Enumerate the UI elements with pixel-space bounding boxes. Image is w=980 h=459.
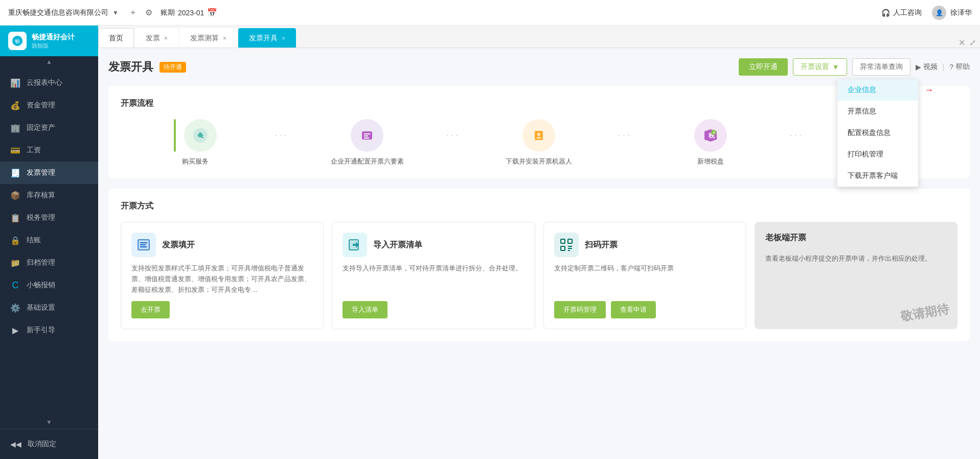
- svg-rect-27: [561, 246, 565, 250]
- tab-home[interactable]: 首页: [98, 28, 134, 48]
- method-card-boss: 老板端开票 查看老板端小程序提交的开票申请，并作出相应的处理。 敬请期待: [755, 222, 958, 329]
- play-icon: ▶: [916, 63, 921, 71]
- calendar-icon[interactable]: 📅: [207, 8, 217, 17]
- logo-icon: 畅: [8, 32, 27, 50]
- method-grid: 发票填开 支持按照发票样式手工填开发票；可开具增值税电子普通发票、增值税普通发票…: [121, 222, 958, 329]
- company-name: 重庆畅捷交通信息咨询有限公司: [8, 8, 108, 17]
- avatar-icon: 👤: [936, 9, 943, 16]
- scan-apply-btn[interactable]: 查看申请: [611, 301, 656, 318]
- period-info: 账期 2023-01 📅: [161, 8, 217, 17]
- page-title-area: 发票开具 待开通: [108, 59, 186, 75]
- method-header-manual: 发票填开: [131, 233, 313, 257]
- sidebar-label: 小畅报销: [27, 281, 55, 290]
- sidebar-item-tax-mgmt[interactable]: 📋 税务管理: [0, 206, 98, 229]
- step-divider-2: ···: [442, 130, 464, 141]
- svg-point-9: [537, 133, 540, 136]
- archive-icon: 📁: [10, 258, 20, 268]
- manual-icon: [131, 233, 156, 257]
- help-label: 帮助: [955, 62, 970, 72]
- service-button[interactable]: 🎧 人工咨询: [881, 8, 922, 17]
- sidebar-bottom[interactable]: ◀◀ 取消固定: [0, 429, 98, 459]
- page-title: 发票开具: [108, 59, 153, 75]
- cancel-fixed-label: 取消固定: [28, 440, 56, 449]
- sidebar-label: 工资: [27, 146, 41, 155]
- service-label: 人工咨询: [893, 8, 922, 17]
- tab-invoice-issue-close[interactable]: ×: [282, 35, 285, 42]
- scroll-up-btn[interactable]: ▲: [0, 56, 98, 67]
- sidebar-label: 资金管理: [27, 101, 55, 110]
- sidebar-item-salary[interactable]: 💳 工资: [0, 139, 98, 162]
- new-guide-icon: ▶: [10, 325, 20, 335]
- abnormal-button[interactable]: 异常清单查询: [852, 58, 910, 76]
- sidebar-item-inventory[interactable]: 📦 库存核算: [0, 184, 98, 206]
- logo-text-area: 畅捷通好会计 旗舰版: [32, 33, 75, 50]
- tab-invoice[interactable]: 发票 ×: [135, 28, 178, 48]
- dim-overlay-text: 敬请期待: [899, 301, 950, 325]
- import-icon: [343, 233, 367, 257]
- sidebar-item-fund-mgmt[interactable]: 💰 资金管理: [0, 94, 98, 117]
- user-info[interactable]: 👤 徐泽华: [932, 6, 972, 20]
- manual-go-btn[interactable]: 去开票: [131, 301, 170, 318]
- dropdown-item-tax-disk[interactable]: 配置税盘信息: [837, 122, 918, 144]
- sidebar-label: 基础设置: [27, 303, 55, 312]
- method-card-manual: 发票填开 支持按照发票样式手工填开发票；可开具增值税电子普通发票、增值税普通发票…: [121, 222, 324, 329]
- tax-disk-label: 配置税盘信息: [848, 128, 891, 136]
- company-info-label: 企业信息: [848, 85, 876, 94]
- scan-code-btn[interactable]: 开票码管理: [554, 301, 606, 318]
- tab-invoice-calc[interactable]: 发票测算 ×: [179, 28, 237, 48]
- scroll-down-btn[interactable]: ▼: [0, 416, 98, 429]
- import-desc: 支持导入待开票清单，可对待开票清单进行拆分、合并处理。: [343, 263, 524, 274]
- tab-close-icon[interactable]: ✕: [959, 38, 965, 48]
- manual-title: 发票填开: [162, 240, 195, 250]
- company-selector[interactable]: 重庆畅捷交通信息咨询有限公司 ▼: [8, 8, 119, 17]
- svg-rect-10: [537, 137, 541, 139]
- sidebar-item-archive[interactable]: 📁 归档管理: [0, 251, 98, 274]
- import-btn[interactable]: 导入清单: [343, 301, 388, 318]
- sidebar-item-basic-settings[interactable]: ⚙️ 基础设置: [0, 296, 98, 319]
- sidebar-item-invoice-mgmt[interactable]: 🧾 发票管理: [0, 162, 98, 184]
- tab-bar: 首页 发票 × 发票测算 × 发票开具 × ✕ ⤢: [98, 26, 980, 48]
- sidebar-label: 固定资产: [27, 123, 55, 132]
- step-divider-3: ···: [614, 130, 636, 141]
- page-content: 发票开具 待开通 立即开通 开票设置 ▼ 异常清单查询 ▶ 视频: [98, 48, 980, 459]
- activate-button[interactable]: 立即开通: [739, 58, 788, 76]
- step-1-label: 购买服务: [182, 157, 209, 166]
- tab-invoice-issue-label: 发票开具: [249, 34, 278, 43]
- help-button[interactable]: ? 帮助: [949, 62, 970, 72]
- process-step-3: 下载并安装开票机器人: [464, 119, 614, 166]
- sidebar-item-fixed-assets[interactable]: 🏢 固定资产: [0, 117, 98, 139]
- sidebar-item-report-sales[interactable]: C 小畅报销: [0, 274, 98, 296]
- manual-actions: 去开票: [131, 301, 313, 318]
- sidebar-item-new-guide[interactable]: ▶ 新手引导: [0, 319, 98, 341]
- sidebar-label: 税务管理: [27, 213, 55, 222]
- video-button[interactable]: ▶ 视频: [916, 62, 938, 72]
- user-name: 徐泽华: [950, 8, 972, 17]
- add-icon[interactable]: ＋: [129, 7, 137, 18]
- boss-title: 老板端开票: [765, 233, 947, 243]
- dropdown-item-invoice-info[interactable]: 开票信息: [837, 101, 918, 122]
- method-header-import: 导入开票清单: [343, 233, 524, 257]
- step-divider-1: ···: [270, 130, 292, 141]
- tab-invoice-issue[interactable]: 发票开具 ×: [238, 28, 296, 48]
- dropdown-item-printer[interactable]: 打印机管理: [837, 144, 918, 165]
- sidebar-label: 发票管理: [27, 168, 55, 177]
- checkout-icon: 🔒: [10, 235, 20, 245]
- period-value: 2023-01: [178, 9, 204, 17]
- tab-maximize-icon[interactable]: ⤢: [969, 38, 976, 48]
- tab-invoice-label: 发票: [146, 34, 160, 43]
- inventory-icon: 📦: [10, 190, 20, 200]
- sidebar-item-checkout[interactable]: 🔒 结账: [0, 229, 98, 251]
- settings-button[interactable]: 开票设置 ▼: [793, 58, 847, 76]
- dropdown-arrow-red: →: [924, 85, 933, 96]
- top-bar-right: 🎧 人工咨询 👤 徐泽华: [881, 6, 972, 20]
- tab-invoice-calc-close[interactable]: ×: [223, 35, 226, 42]
- invoice-mgmt-icon: 🧾: [10, 168, 20, 178]
- settings-button-label: 开票设置: [801, 62, 829, 72]
- dropdown-item-download-client[interactable]: 下载开票客户端: [837, 165, 918, 187]
- tab-invoice-close[interactable]: ×: [164, 35, 168, 42]
- cancel-fixed-btn[interactable]: ◀◀ 取消固定: [0, 433, 98, 455]
- sidebar-item-cloud-report[interactable]: 📊 云报表中心: [0, 72, 98, 94]
- dropdown-item-company-info[interactable]: → 企业信息: [837, 79, 918, 101]
- tab-invoice-calc-label: 发票测算: [190, 34, 219, 43]
- settings-icon[interactable]: ⚙: [145, 8, 152, 17]
